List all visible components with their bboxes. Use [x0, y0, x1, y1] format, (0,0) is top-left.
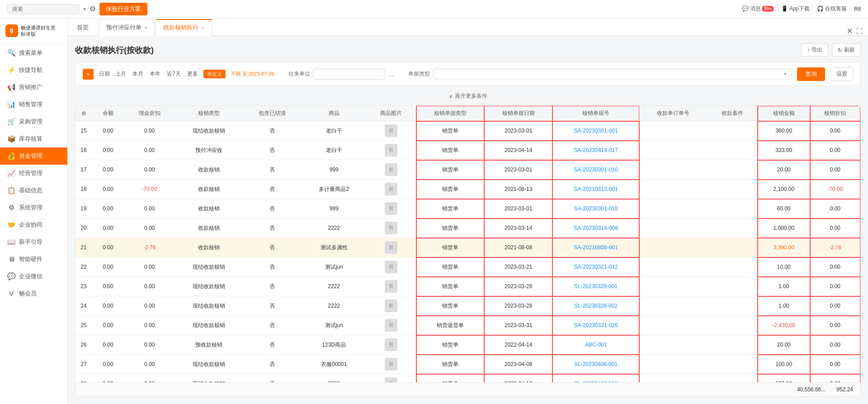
table-row[interactable]: 22 0.00 0.00 现结收款核销 否 测试jun 图 销货单 2023-0…: [75, 257, 860, 277]
refresh-button[interactable]: ↻ 刷新: [832, 43, 861, 57]
row-receipt-order: [639, 121, 708, 141]
sidebar-item-0[interactable]: 🔍搜索菜单: [0, 44, 67, 62]
sidebar-item-5[interactable]: 📦库存核算: [0, 130, 67, 147]
sidebar-item-2[interactable]: 📢营销推广: [0, 79, 67, 96]
row-num: 17: [75, 160, 92, 180]
row-cash-discount: 0.00: [124, 277, 175, 296]
bill-no-link[interactable]: SA-20230321-012: [574, 264, 618, 270]
sidebar-item-13[interactable]: 💬企业微信: [0, 268, 67, 285]
sidebar-icon-7: 📈: [7, 169, 15, 177]
setting-button[interactable]: 设置: [830, 67, 853, 81]
partner-filter-dots[interactable]: ...: [388, 70, 394, 78]
bill-no-link[interactable]: SA-20230314-008: [574, 225, 618, 231]
table-row[interactable]: 27 0.00 0.00 现结收款核销 否 衣服00001 图 销货单 2023…: [75, 355, 860, 374]
sidebar-item-7[interactable]: 📈经营管理: [0, 165, 67, 182]
bill-no-link[interactable]: SL-20230328-001: [574, 283, 618, 290]
table-row[interactable]: 20 0.00 0.00 收款核销 否 2222 图 销货单 2023-03-1…: [75, 219, 860, 238]
table-container[interactable]: ⚙ 余额 现金折扣 核销类型 包含已结清 商品 商品图片 核销单据类型 核销单据…: [75, 106, 860, 382]
row-product: 2222: [302, 374, 366, 383]
partner-filter-input[interactable]: [313, 69, 385, 80]
date-this-year[interactable]: 本年: [147, 69, 163, 79]
table-row[interactable]: 23 0.00 0.00 现结收款核销 否 2222 图 销货单 2023-03…: [75, 277, 860, 296]
bill-no-link[interactable]: SA-20230414-017: [574, 147, 618, 153]
bill-no-link[interactable]: SA-20210808-001: [574, 244, 618, 251]
bill-no-link[interactable]: ABC-001: [585, 342, 607, 348]
maximize-icon[interactable]: ⛶: [856, 28, 863, 35]
online-service-link[interactable]: 🎧 在线客服: [817, 5, 847, 13]
row-cash-discount: 0.00: [124, 219, 175, 238]
date-custom-btn[interactable]: 自定义: [203, 70, 226, 78]
table-row[interactable]: 28 0.00 0.00 现结收款核销 否 2222 图 销货单 2023-04…: [75, 374, 860, 383]
table-row[interactable]: 25 0.00 0.00 现结收款核销 否 测试jun 图 销货退货单 2023…: [75, 316, 860, 335]
filter-toggle-btn[interactable]: »: [83, 69, 94, 80]
tab-close-writeoff[interactable]: ×: [201, 25, 204, 30]
app-download-link[interactable]: 📱 App下载: [781, 5, 810, 13]
sidebar-item-3[interactable]: 📊销售管理: [0, 96, 67, 113]
tab-close-prepay[interactable]: ×: [144, 25, 147, 30]
sidebar-label-9: 系统管理: [19, 204, 42, 212]
bill-no-link[interactable]: SA-20230301-001: [574, 128, 618, 134]
bill-no-link[interactable]: SA-20230331-026: [574, 322, 618, 328]
table-row[interactable]: 18 0.00 -70.00 收款核销 否 多计量商品2 图 销货单 2021-…: [75, 180, 860, 199]
table-row[interactable]: 19 0.00 0.00 收款核销 否 999 图 销货单 2023-03-01…: [75, 199, 860, 219]
sidebar-item-14[interactable]: V畅会员: [0, 285, 67, 302]
row-bill-no: SL-20230408-001: [552, 355, 639, 374]
date-this-month[interactable]: 本月: [130, 69, 146, 79]
expand-more-btn[interactable]: ∨ 展开更多条件: [445, 90, 491, 102]
table-header: ⚙ 余额 现金折扣 核销类型 包含已结清 商品 商品图片 核销单据类型 核销单据…: [75, 106, 860, 121]
sidebar-icon-4: 🛒: [7, 118, 15, 126]
row-bill-no: SL-20230328-002: [552, 296, 639, 316]
row-included-settled: 否: [243, 335, 302, 355]
bill-no-link[interactable]: SA-20230301-010: [574, 205, 618, 212]
row-cash-discount: 0.00: [124, 257, 175, 277]
date-last-month[interactable]: 上月: [113, 69, 129, 79]
tab-home[interactable]: 首页: [68, 20, 98, 36]
table-footer: 40,556,66... 952.24: [75, 382, 860, 396]
row-writeoff-discount: 0.00: [810, 374, 860, 383]
bill-no-link[interactable]: SL-20230408-001: [574, 361, 618, 367]
industry-button[interactable]: 休验行业方案: [99, 3, 147, 15]
table-row[interactable]: 15 0.00 0.00 现结收款核销 否 老白干 图 销货单 2023-03-…: [75, 121, 860, 141]
search-input[interactable]: [7, 4, 80, 14]
sidebar-item-8[interactable]: 📋基础信息: [0, 182, 67, 199]
table-row[interactable]: 26 0.00 0.00 预收款核销 否 123D商品 图 销货单 2022-0…: [75, 335, 860, 355]
sidebar-item-12[interactable]: 🖥智能硬件: [0, 251, 67, 268]
sidebar-icon-3: 📊: [7, 100, 15, 109]
row-cash-discount: 0.00: [124, 199, 175, 219]
row-product: 999: [302, 160, 366, 180]
logo-text: 畅捷通谱好生意 标准版: [21, 24, 56, 38]
tab-writeoff[interactable]: 收款核销执行 ×: [156, 19, 212, 36]
tab-prepay[interactable]: 预付冲应付单 ×: [99, 19, 155, 36]
sidebar-item-6[interactable]: 💰资金管理: [0, 147, 67, 165]
bill-no-link[interactable]: SL-20230328-002: [574, 303, 618, 309]
query-button[interactable]: 查询: [797, 67, 825, 81]
bill-no-link[interactable]: SA-20210813-001: [574, 186, 618, 192]
sidebar-logo: 6 畅捷通谱好生意 标准版: [0, 18, 67, 44]
date-more[interactable]: 更多: [184, 69, 201, 79]
date-7days[interactable]: 近7天: [164, 69, 184, 79]
bill-no-link[interactable]: SA-20230301-010: [574, 166, 618, 173]
sidebar-item-4[interactable]: 🛒采购管理: [0, 113, 67, 130]
product-img-cell: 图: [366, 257, 416, 277]
table-row[interactable]: 24 0.00 0.00 现结收款核销 否 2222 图 销货单 2023-03…: [75, 296, 860, 316]
table-row[interactable]: 16 0.00 0.00 预付冲应收 否 老白干 图 销货单 2023-04-1…: [75, 141, 860, 160]
message-icon[interactable]: 💬 消息99+: [742, 5, 774, 13]
sidebar-item-9[interactable]: ⚙系统管理: [0, 199, 67, 216]
sidebar-item-11[interactable]: 📖新手引导: [0, 233, 67, 251]
export-button[interactable]: ↑ 导出: [801, 43, 828, 57]
settings-col-header[interactable]: ⚙: [75, 106, 92, 121]
row-bill-type: 销货单: [416, 180, 485, 199]
sidebar-item-1[interactable]: ⚡快捷导航: [0, 62, 67, 79]
sidebar-nav: 🔍搜索菜单⚡快捷导航📢营销推广📊销售管理🛒采购管理📦库存核算💰资金管理📈经营管理…: [0, 44, 67, 302]
sidebar-item-10[interactable]: 🤝企业协同: [0, 216, 67, 233]
close-window-icon[interactable]: ✕: [847, 27, 853, 35]
table-row[interactable]: 21 0.00 -2.76 收款核销 否 测试多属性 图 销货单 2021-08…: [75, 238, 860, 257]
row-included-settled: 否: [243, 355, 302, 374]
product-img-cell: 图: [366, 141, 416, 160]
row-included-settled: 否: [243, 141, 302, 160]
gear-button[interactable]: ⚙: [90, 5, 96, 13]
sidebar-icon-2: 📢: [7, 83, 15, 91]
row-cash-discount: 0.00: [124, 296, 175, 316]
bill-type-select[interactable]: ▾: [433, 69, 792, 79]
table-row[interactable]: 17 0.00 0.00 收款核销 否 999 图 销货单 2023-03-01…: [75, 160, 860, 180]
